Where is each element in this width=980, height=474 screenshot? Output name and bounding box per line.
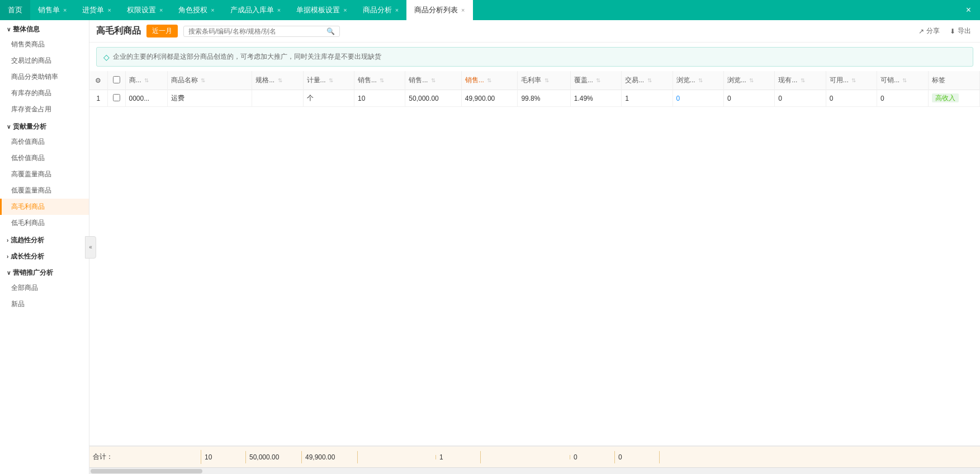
cell-index: 1 (89, 90, 107, 107)
sidebar-group-growth[interactable]: › 成长性分析 (0, 247, 89, 264)
nav-home[interactable]: 首页 (0, 0, 30, 20)
nav-purchase-order[interactable]: 进货单 × (74, 0, 119, 20)
sidebar-item-low-value[interactable]: 低价值商品 (0, 150, 89, 166)
th-sales-qty[interactable]: 销售... ⇅ (354, 71, 405, 90)
horizontal-scrollbar[interactable] (89, 467, 980, 474)
nav-close-sales-order[interactable]: × (63, 7, 67, 13)
sort-icon-views1[interactable]: ⇅ (698, 77, 703, 83)
th-sales-amount[interactable]: 销售... ⇅ (405, 71, 462, 90)
window-close-button[interactable]: × (957, 0, 980, 20)
th-current-stock[interactable]: 现有... ⇅ (775, 71, 826, 90)
sidebar-item-low-margin[interactable]: 低毛利商品 (0, 215, 89, 231)
select-all-checkbox[interactable] (113, 76, 120, 83)
th-coverage[interactable]: 覆盖... ⇅ (570, 71, 621, 90)
sidebar-item-high-coverage[interactable]: 高覆盖量商品 (0, 166, 89, 182)
sidebar-item-category-sales-rate[interactable]: 商品分类助销率 (0, 69, 89, 85)
search-box: 🔍 (183, 26, 340, 37)
sidebar-group-overall[interactable]: ∨ 整体信息 (0, 20, 89, 36)
th-gross-rate[interactable]: 毛利率 ⇅ (518, 71, 570, 90)
th-views2[interactable]: 浏览... ⇅ (723, 71, 774, 90)
sidebar-item-high-margin[interactable]: 高毛利商品 (0, 199, 89, 215)
cell-available: 0 (826, 90, 877, 107)
nav-close-template-settings[interactable]: × (343, 7, 347, 13)
sort-icon-spec[interactable]: ⇅ (278, 77, 282, 83)
sort-icon-sales-profit[interactable]: ⇅ (487, 77, 491, 83)
nav-role-auth[interactable]: 角色授权 × (171, 0, 222, 20)
nav-permission-settings[interactable]: 权限设置 × (119, 0, 171, 20)
table-container[interactable]: ⚙ 商... ⇅ 商品名称 ⇅ (89, 71, 980, 445)
period-button[interactable]: 近一月 (146, 25, 178, 37)
nav-close-product-analysis[interactable]: × (395, 7, 399, 13)
th-unit[interactable]: 计量... ⇅ (303, 71, 354, 90)
arrow-overall: ∨ (7, 26, 11, 32)
sidebar-item-new-goods[interactable]: 新品 (0, 296, 89, 312)
nav-close-permission-settings[interactable]: × (159, 7, 163, 13)
th-code[interactable]: 商... ⇅ (125, 71, 167, 90)
header-actions: ↗ 分享 ⬇ 导出 (916, 25, 973, 37)
cell-code: 0000... (125, 90, 167, 107)
sort-icon-transactions[interactable]: ⇅ (647, 77, 652, 83)
table-footer: 合计： 10 50,000.00 49,900.00 1 0 0 (89, 445, 980, 467)
search-icon[interactable]: 🔍 (326, 27, 335, 35)
cell-checkbox[interactable] (107, 90, 125, 107)
search-input[interactable] (188, 27, 326, 35)
cell-sales-profit: 49,900.00 (461, 90, 518, 107)
th-available[interactable]: 可用... ⇅ (826, 71, 877, 90)
th-sales-profit[interactable]: 销售... ⇅ (461, 71, 518, 90)
sidebar-item-sales-goods[interactable]: 销售类商品 (0, 36, 89, 53)
sidebar-group-marketing[interactable]: ∨ 营销推广分析 (0, 264, 89, 280)
nav-close-product-inbound[interactable]: × (277, 7, 281, 13)
th-settings[interactable]: ⚙ (89, 71, 107, 90)
sidebar-group-contribution[interactable]: ∨ 贡献量分析 (0, 118, 89, 134)
sidebar-item-traded-goods[interactable]: 交易过的商品 (0, 53, 89, 69)
sort-icon-available[interactable]: ⇅ (851, 77, 856, 83)
th-checkbox[interactable] (107, 71, 125, 90)
export-icon: ⬇ (950, 27, 955, 35)
sidebar-collapse-button[interactable]: « (85, 236, 96, 259)
sidebar-group-trend[interactable]: › 流趋性分析 (0, 231, 89, 247)
cell-coverage: 1.49% (570, 90, 621, 107)
th-tag[interactable]: 标签 (928, 71, 980, 90)
export-button[interactable]: ⬇ 导出 (948, 25, 973, 37)
th-transactions[interactable]: 交易... ⇅ (622, 71, 673, 90)
sort-icon-views2[interactable]: ⇅ (749, 77, 754, 83)
sidebar-item-all-goods[interactable]: 全部商品 (0, 280, 89, 296)
scrollbar-thumb[interactable] (91, 469, 202, 473)
row-checkbox[interactable] (113, 94, 120, 101)
th-saleable[interactable]: 可销... ⇅ (877, 71, 928, 90)
nav-product-analysis[interactable]: 商品分析 × (355, 0, 406, 20)
sidebar-item-high-value[interactable]: 高价值商品 (0, 134, 89, 150)
th-spec[interactable]: 规格... ⇅ (252, 71, 303, 90)
nav-template-settings[interactable]: 单据模板设置 × (288, 0, 354, 20)
nav-close-role-auth[interactable]: × (211, 7, 214, 13)
sort-icon-code[interactable]: ⇅ (144, 77, 149, 83)
footer-transactions: 1 (436, 451, 481, 463)
nav-sales-order[interactable]: 销售单 × (30, 0, 74, 20)
sort-icon-sales-amount[interactable]: ⇅ (431, 77, 435, 83)
sort-icon-name[interactable]: ⇅ (201, 77, 205, 83)
sort-icon-saleable[interactable]: ⇅ (902, 77, 907, 83)
arrow-growth: › (7, 254, 8, 260)
th-name[interactable]: 商品名称 ⇅ (167, 71, 252, 90)
share-button[interactable]: ↗ 分享 (916, 25, 942, 37)
sort-icon-current-stock[interactable]: ⇅ (801, 77, 805, 83)
cell-sales-amount: 50,000.00 (405, 90, 462, 107)
sort-icon-unit[interactable]: ⇅ (329, 77, 333, 83)
nav-product-analysis-list[interactable]: 商品分析列表 × (406, 0, 472, 20)
footer-sales-profit: 49,900.00 (302, 451, 358, 463)
nav-close-purchase-order[interactable]: × (107, 7, 111, 13)
sidebar-item-low-coverage[interactable]: 低覆盖量商品 (0, 182, 89, 199)
nav-close-product-analysis-list[interactable]: × (461, 7, 465, 13)
sidebar: ∨ 整体信息 销售类商品 交易过的商品 商品分类助销率 有库存的商品 库存资金占… (0, 20, 89, 474)
cell-views1[interactable]: 0 (673, 90, 723, 107)
sort-icon-sales-qty[interactable]: ⇅ (380, 77, 384, 83)
sort-icon-gross-rate[interactable]: ⇅ (545, 77, 549, 83)
nav-product-inbound[interactable]: 产成品入库单 × (222, 0, 288, 20)
footer-sales-amount: 50,000.00 (246, 451, 302, 463)
th-views1[interactable]: 浏览... ⇅ (673, 71, 723, 90)
cell-spec (252, 90, 303, 107)
sidebar-item-in-stock-goods[interactable]: 有库存的商品 (0, 85, 89, 101)
sort-icon-coverage[interactable]: ⇅ (596, 77, 600, 83)
content-header: 高毛利商品 近一月 🔍 ↗ 分享 ⬇ 导出 (89, 20, 980, 43)
sidebar-item-stock-capital[interactable]: 库存资金占用 (0, 101, 89, 118)
